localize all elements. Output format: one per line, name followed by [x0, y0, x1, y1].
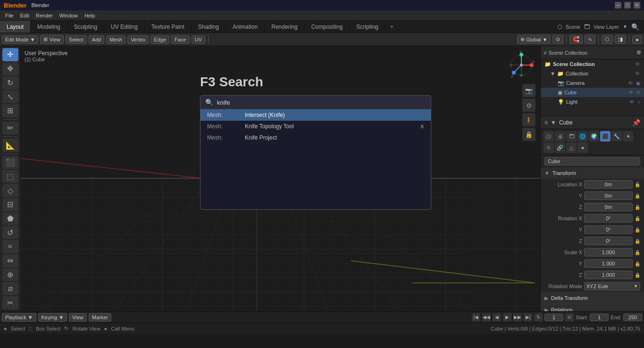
prop-tab-constraints[interactable]: 🔗 — [555, 142, 565, 153]
tab-rendering[interactable]: Rendering — [265, 21, 304, 33]
props-scale-z-value[interactable]: 1.000 — [584, 271, 633, 279]
marker-btn[interactable]: ⊙ — [565, 313, 574, 322]
props-lock-x[interactable]: 🔒 — [635, 182, 640, 187]
props-rot-lock-x[interactable]: 🔒 — [635, 216, 640, 221]
props-pin-btn[interactable]: 📌 — [632, 119, 640, 126]
tab-shading[interactable]: Shading — [192, 21, 226, 33]
playback-menu[interactable]: Playback▼ — [2, 313, 36, 322]
menu-window[interactable]: Window — [56, 12, 81, 19]
scale-tool[interactable]: ⤡ — [2, 90, 18, 103]
mesh-button[interactable]: Mesh — [106, 35, 125, 44]
search-icon[interactable]: 🔍 — [631, 23, 639, 31]
view-button[interactable]: ⊞ View — [40, 35, 64, 44]
perspective-btn[interactable]: ⊙ — [522, 99, 535, 112]
outliner-cube[interactable]: ▣ Cube 👁 ▽ — [541, 88, 644, 97]
add-workspace-button[interactable]: + — [385, 21, 398, 33]
viewport-shading-btns[interactable]: ● — [632, 35, 642, 44]
prop-tab-scene[interactable]: 🌐 — [577, 131, 588, 141]
end-frame[interactable]: 250 — [623, 314, 642, 321]
current-frame[interactable]: 1 — [544, 314, 563, 321]
scene-collection-visibility[interactable]: 👁 — [635, 61, 640, 67]
inset-tool[interactable]: ⬚ — [2, 170, 18, 183]
viewport[interactable]: User Perspective (1) Cube — [21, 46, 540, 311]
prop-tab-object[interactable]: ⬛ — [600, 131, 611, 141]
add-button[interactable]: Add — [89, 35, 105, 44]
prop-tab-particles[interactable]: ✦ — [623, 131, 633, 141]
props-rotation-z-value[interactable]: 0° — [584, 237, 633, 245]
outliner-camera[interactable]: 📷 Camera 👁 ▣ — [541, 78, 644, 88]
collection-visibility[interactable]: 👁 — [635, 71, 640, 76]
props-lock-z[interactable]: 🔒 — [635, 205, 640, 210]
extrude-tool[interactable]: ⬛ — [2, 156, 18, 169]
prop-tab-render[interactable]: 🎥 — [544, 131, 554, 141]
prop-tab-material[interactable]: ● — [577, 142, 588, 153]
next-keyframe-btn[interactable]: ▶▶ — [513, 313, 522, 322]
props-rotation-mode-value[interactable]: XYZ Eule ▼ — [584, 282, 640, 290]
cursor-tool[interactable]: ✛ — [2, 48, 18, 61]
uv-button[interactable]: UV — [192, 35, 205, 44]
viewport-gizmo[interactable]: X Y Z — [507, 51, 535, 79]
outliner-scene-collection[interactable]: 📁 Scene Collection 👁 — [541, 59, 644, 69]
face-button[interactable]: Face — [171, 35, 189, 44]
view-menu-timeline[interactable]: View — [69, 313, 87, 322]
props-scale-lock-x[interactable]: 🔒 — [635, 250, 640, 255]
play-reverse-btn[interactable]: ◀ — [493, 313, 501, 322]
edge-button[interactable]: Edge — [151, 35, 169, 44]
outliner-collection[interactable]: ▼ 📁 Collection 👁 — [541, 69, 644, 78]
props-rotation-y-value[interactable]: 0° — [584, 225, 633, 234]
measure-tool[interactable]: 📐 — [2, 139, 18, 152]
light-visibility[interactable]: 👁 — [629, 99, 635, 105]
move-tool[interactable]: ✥ — [2, 62, 18, 75]
f3-result-row-2[interactable]: Mesh: Knife Topology Tool K — [201, 121, 431, 132]
prop-tab-modifier[interactable]: 🔧 — [611, 131, 622, 141]
f3-result-row-1[interactable]: Mesh: Intersect (Knife) — [201, 109, 431, 121]
props-delta-transform-header[interactable]: ▶ Delta Transform — [541, 292, 644, 304]
props-scale-x-value[interactable]: 1.000 — [584, 248, 633, 257]
falloff-btn[interactable]: ∿ — [585, 35, 595, 44]
tab-modeling[interactable]: Modeling — [31, 21, 67, 33]
minimize-button[interactable]: ─ — [615, 2, 621, 8]
tab-animation[interactable]: Animation — [226, 21, 265, 33]
spin-tool[interactable]: ↺ — [2, 226, 18, 239]
props-rot-lock-y[interactable]: 🔒 — [635, 227, 640, 232]
outliner-filter-btn[interactable]: ⚙ — [636, 50, 641, 56]
prop-tab-view-layer[interactable]: 🗔 — [566, 131, 577, 141]
menu-file[interactable]: File — [2, 12, 17, 19]
tab-texture-paint[interactable]: Texture Paint — [145, 21, 192, 33]
props-rotation-x-value[interactable]: 0° — [584, 214, 633, 223]
tab-uv-editing[interactable]: UV Editing — [104, 21, 145, 33]
scene-dropdown-icon[interactable]: ▼ — [623, 24, 627, 29]
marker-menu[interactable]: Marker — [89, 313, 111, 322]
tab-scripting[interactable]: Scripting — [350, 21, 385, 33]
props-location-y-value[interactable]: 0m — [584, 191, 633, 200]
xray-btn[interactable]: ◨ — [615, 35, 626, 44]
proportional-btn[interactable]: ⊙ — [552, 35, 563, 44]
bevel-tool[interactable]: ◇ — [2, 184, 18, 197]
start-frame[interactable]: 1 — [590, 314, 609, 321]
close-button[interactable]: ✕ — [634, 2, 640, 8]
annotate-tool[interactable]: ✏ — [2, 122, 18, 135]
props-rot-lock-z[interactable]: 🔒 — [635, 239, 640, 244]
prop-tab-world[interactable]: 🌍 — [589, 131, 599, 141]
snap-btn[interactable]: 🧲 — [569, 35, 583, 44]
props-scale-lock-z[interactable]: 🔒 — [635, 273, 640, 278]
smooth-tool[interactable]: ≈ — [2, 240, 18, 253]
outliner-icon-btn[interactable]: ≡ — [544, 50, 546, 56]
transform-dropdown[interactable]: ⊕ Global ▼ — [517, 35, 551, 44]
edge-slide-tool[interactable]: ⇔ — [2, 254, 18, 267]
jump-end-btn[interactable]: ▶| — [524, 313, 532, 322]
props-location-x-value[interactable]: 0m — [584, 180, 633, 189]
maximize-button[interactable]: □ — [624, 2, 631, 8]
prop-tab-output[interactable]: 🖨 — [555, 131, 565, 141]
camera-view-btn[interactable]: 📷 — [522, 84, 535, 97]
f3-result-row-3[interactable]: Mesh: Knife Project — [201, 132, 431, 143]
menu-edit[interactable]: Edit — [17, 12, 33, 19]
jump-start-btn[interactable]: |◀ — [472, 313, 480, 322]
prop-tab-data[interactable]: △ — [566, 142, 577, 153]
tab-layout[interactable]: Layout — [0, 21, 31, 33]
shrink-tool[interactable]: ⊕ — [2, 268, 18, 282]
shear-tool[interactable]: ⧄ — [2, 282, 18, 295]
props-location-z-value[interactable]: 0m — [584, 203, 633, 211]
transform-tool[interactable]: ⊞ — [2, 104, 18, 117]
properties-mode-dropdown[interactable]: ▼ — [551, 119, 556, 126]
